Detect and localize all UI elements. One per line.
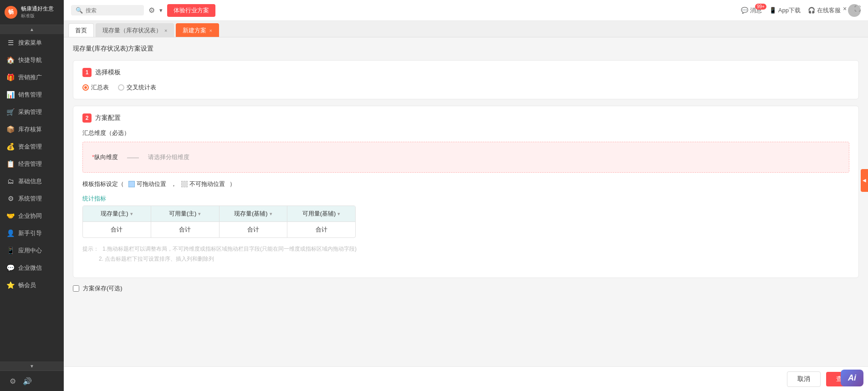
- window-expand-btn[interactable]: ⛶: [853, 4, 863, 14]
- legend-movable: 可拖动位置: [128, 180, 166, 188]
- sidebar-scroll-up[interactable]: ▲: [0, 25, 64, 34]
- chat-icon: 💬: [6, 264, 15, 272]
- dimension-placeholder[interactable]: 请选择分组维度: [148, 153, 189, 161]
- app-download[interactable]: 📱 App下载: [769, 6, 801, 15]
- sidebar-item-marketing[interactable]: 🎁 营销推广: [0, 69, 64, 86]
- tab-new-plan[interactable]: 新建方案 ×: [176, 23, 219, 37]
- sidebar-nav: ☰ 搜索菜单 🏠 快捷导航 🎁 营销推广 📊 销售管理 🛒 采购管理 📦 库存核…: [0, 34, 64, 361]
- tips-line-0: 提示： 1.拖动标题栏可以调整布局，不可跨维度或指标区域拖动栏目字段(只能在同一…: [82, 244, 849, 254]
- phone-download-icon: 📱: [769, 7, 776, 14]
- dimension-box: *纵向维度 —— 请选择分组维度: [82, 142, 849, 173]
- headset-icon: 🎧: [808, 7, 815, 14]
- settings-icon[interactable]: ⚙: [6, 375, 19, 387]
- sidebar-item-purchase[interactable]: 🛒 采购管理: [0, 103, 64, 121]
- stats-table-body: 合计 合计 合计 合计: [83, 221, 355, 237]
- settings-gear-icon[interactable]: ⚙: [148, 6, 155, 15]
- volume-icon[interactable]: 🔊: [21, 375, 34, 387]
- cancel-button[interactable]: 取消: [787, 371, 821, 387]
- sidebar-item-label: 企业微信: [18, 264, 42, 272]
- col-body-0: 合计: [83, 221, 151, 237]
- tabbar: 首页 现存量（库存状况表） × 新建方案 × × ⛶: [64, 21, 868, 37]
- radio-cross-circle: [118, 84, 124, 91]
- sidebar-item-apps[interactable]: 📱 应用中心: [0, 242, 64, 259]
- required-asterisk: *: [92, 154, 94, 160]
- radio-cross[interactable]: 交叉统计表: [118, 83, 156, 92]
- sidebar-item-finance[interactable]: 💰 资金管理: [0, 138, 64, 155]
- sidebar-item-sales[interactable]: 📊 销售管理: [0, 86, 64, 103]
- sidebar-item-label: 系统管理: [18, 195, 42, 203]
- chevron-0: ▾: [130, 211, 133, 217]
- search-menu-icon: ☰: [6, 39, 15, 47]
- money-icon: 💰: [6, 143, 15, 151]
- sidebar-item-quick-nav[interactable]: 🏠 快捷导航: [0, 51, 64, 69]
- radio-summary[interactable]: 汇总表: [82, 83, 109, 92]
- sidebar-item-management[interactable]: 📋 经营管理: [0, 155, 64, 173]
- sidebar-scroll-down[interactable]: ▼: [0, 361, 64, 370]
- app-download-label: App下载: [778, 6, 801, 15]
- trial-btn[interactable]: 体验行业方案: [167, 4, 215, 17]
- tips-item-0: 1.拖动标题栏可以调整布局，不可跨维度或指标区域拖动栏目字段(只能在同一维度或指…: [102, 244, 357, 254]
- radio-summary-circle: [82, 84, 89, 91]
- gear-icon: ⚙: [6, 195, 15, 203]
- search-box[interactable]: 🔍: [71, 5, 144, 15]
- window-close-btn[interactable]: ×: [840, 4, 850, 14]
- sidebar-item-wechat[interactable]: 💬 企业微信: [0, 259, 64, 277]
- template-radio-group: 汇总表 交叉统计表: [82, 83, 849, 92]
- messages-badge[interactable]: 💬 消息 99+: [741, 6, 762, 15]
- tab-inventory-close[interactable]: ×: [164, 28, 167, 33]
- save-checkbox[interactable]: [73, 285, 79, 292]
- tips-spacer: [82, 254, 95, 264]
- tab-home[interactable]: 首页: [68, 23, 94, 37]
- sidebar-item-enterprise[interactable]: 🤝 企业协同: [0, 207, 64, 225]
- message-icon: 💬: [741, 7, 748, 14]
- section2-title: 2 方案配置: [82, 113, 849, 123]
- tab-inventory-label: 现存量（库存状况表）: [102, 26, 162, 35]
- app-logo-icon: 畅: [5, 6, 17, 19]
- dimension-arrow: ——: [127, 154, 139, 161]
- ai-badge[interactable]: Ai: [841, 370, 863, 386]
- dimension-required-label: 汇总维度（必选）: [82, 129, 849, 137]
- col-header-3[interactable]: 可用量(基辅) ▾: [287, 206, 355, 221]
- stats-label: 统计指标: [82, 195, 849, 203]
- right-panel-toggle[interactable]: ◀: [861, 169, 868, 192]
- main-area: 🔍 ⚙ ▾ 体验行业方案 💬 消息 99+ 📱 App下载 🎧 在线客服: [64, 0, 868, 391]
- phone-icon: 📱: [6, 247, 15, 255]
- sidebar-item-basic-info[interactable]: 🗂 基础信息: [0, 173, 64, 190]
- cart-icon: 🛒: [6, 108, 15, 116]
- dimension-vertical-label: *纵向维度: [92, 153, 118, 161]
- chevron-down-icon[interactable]: ▾: [159, 7, 163, 14]
- sidebar-item-label: 库存核算: [18, 125, 42, 134]
- sidebar-item-member[interactable]: ⭐ 畅会员: [0, 277, 64, 294]
- radio-cross-label: 交叉统计表: [127, 83, 156, 92]
- sidebar-item-newbie[interactable]: 👤 新手引导: [0, 225, 64, 242]
- tab-home-label: 首页: [75, 26, 87, 35]
- sidebar-item-label: 企业协同: [18, 212, 42, 220]
- section2-label: 方案配置: [95, 114, 121, 122]
- sidebar-item-label: 搜索菜单: [18, 39, 42, 47]
- stats-table-header: 现存量(主) ▾ 可用量(主) ▾ 现存量(基辅) ▾ 可用量(基辅) ▾: [83, 206, 355, 221]
- tab-inventory-status[interactable]: 现存量（库存状况表） ×: [96, 23, 174, 37]
- radio-summary-label: 汇总表: [91, 83, 109, 92]
- sidebar-item-inventory[interactable]: 📦 库存核算: [0, 121, 64, 138]
- indicator-settings: 模板指标设定（ 可拖动位置 ， 不可拖动位置 ）: [82, 180, 849, 188]
- search-input[interactable]: [86, 7, 136, 14]
- chevron-1: ▾: [198, 211, 201, 217]
- sidebar-item-label: 资金管理: [18, 143, 42, 151]
- sidebar-item-search-menu[interactable]: ☰ 搜索菜单: [0, 34, 64, 51]
- indicator-end: ）: [230, 180, 235, 188]
- tab-new-plan-close[interactable]: ×: [209, 28, 212, 33]
- gift-icon: 🎁: [6, 73, 15, 82]
- sidebar-item-label: 快捷导航: [18, 56, 42, 64]
- sidebar-item-label: 经营管理: [18, 160, 42, 168]
- col-header-2[interactable]: 现存量(基辅) ▾: [220, 206, 288, 221]
- tips-line-1: 2. 点击标题栏下拉可设置排序、插入列和删除列: [82, 254, 849, 264]
- col-header-0[interactable]: 现存量(主) ▾: [83, 206, 151, 221]
- box-icon: 📦: [6, 125, 15, 134]
- tips-title: 提示：: [82, 244, 99, 254]
- legend-fixed: 不可拖动位置: [181, 180, 225, 188]
- sidebar-item-label: 新手引导: [18, 229, 42, 237]
- col-header-1[interactable]: 可用量(主) ▾: [151, 206, 220, 221]
- search-icon: 🔍: [76, 7, 83, 14]
- sidebar-item-system[interactable]: ⚙ 系统管理: [0, 190, 64, 207]
- indicator-separator: ，: [171, 180, 177, 188]
